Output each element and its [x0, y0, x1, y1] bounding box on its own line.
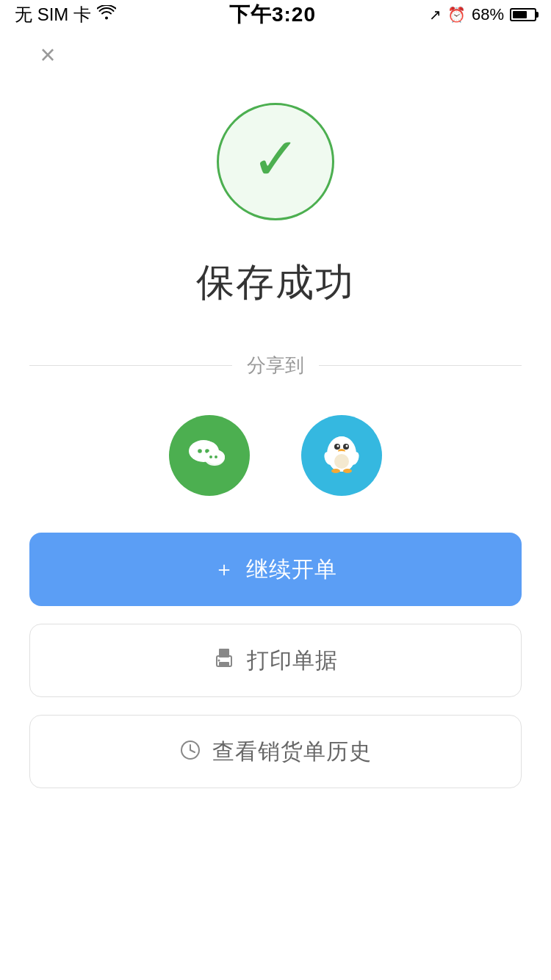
continue-order-label: 继续开单: [246, 555, 337, 585]
print-label: 打印单据: [247, 646, 338, 676]
svg-point-7: [198, 449, 202, 453]
wechat-icon: [186, 432, 234, 480]
svg-rect-26: [219, 649, 229, 657]
status-bar: 无 SIM 卡 下午3:20 ↗ ⏰ 68%: [0, 0, 551, 29]
svg-line-31: [190, 750, 195, 752]
status-time: 下午3:20: [229, 1, 316, 29]
close-icon: ×: [40, 42, 55, 68]
svg-point-10: [209, 455, 212, 458]
battery-percent: 68%: [472, 5, 504, 24]
wifi-icon: [97, 5, 116, 24]
qq-share-button[interactable]: [301, 415, 382, 496]
svg-point-20: [334, 454, 349, 469]
print-icon: [213, 649, 235, 673]
share-section: 分享到: [0, 353, 551, 496]
wechat-share-button[interactable]: [169, 415, 250, 496]
svg-point-22: [343, 469, 352, 473]
success-title: 保存成功: [196, 257, 355, 309]
history-button[interactable]: 查看销货单历史: [29, 715, 522, 788]
share-icons: [29, 415, 522, 496]
location-icon: ↗: [429, 6, 442, 24]
svg-point-28: [218, 659, 220, 661]
history-label: 查看销货单历史: [212, 737, 372, 767]
main-content: ✓ 保存成功 分享到: [0, 29, 551, 788]
svg-point-11: [215, 455, 217, 458]
continue-order-button[interactable]: ＋ 继续开单: [29, 533, 522, 606]
success-indicator: ✓: [217, 103, 334, 220]
status-right: ↗ ⏰ 68%: [429, 5, 536, 24]
battery-icon: [510, 8, 536, 21]
plus-icon: ＋: [214, 559, 234, 580]
svg-rect-27: [219, 662, 229, 666]
action-buttons: ＋ 继续开单 打印单据 查看销货单历史: [0, 533, 551, 788]
qq-icon: [320, 432, 364, 480]
history-icon: [180, 740, 201, 764]
checkmark-icon: ✓: [251, 130, 300, 189]
svg-point-21: [331, 469, 340, 473]
sim-status: 无 SIM 卡: [15, 3, 91, 26]
share-label: 分享到: [247, 353, 304, 378]
status-left: 无 SIM 卡: [15, 3, 116, 26]
print-button[interactable]: 打印单据: [29, 624, 522, 697]
share-divider: 分享到: [29, 353, 522, 378]
svg-point-17: [346, 444, 348, 447]
close-button[interactable]: ×: [29, 37, 66, 73]
svg-point-16: [337, 444, 339, 447]
alarm-icon: ⏰: [447, 6, 466, 24]
